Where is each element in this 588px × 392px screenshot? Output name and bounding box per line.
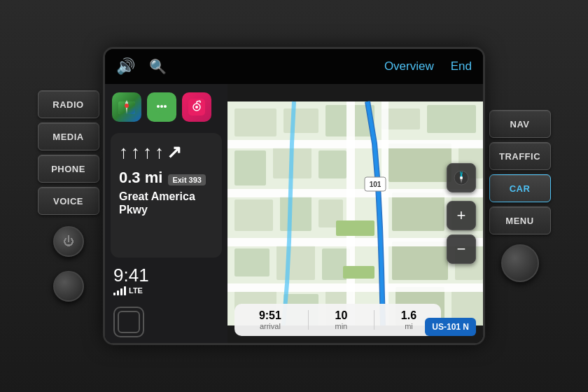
svg-rect-22 [318,150,346,178]
svg-point-7 [164,105,167,108]
svg-rect-20 [234,150,266,186]
volume-icon[interactable]: 🔊 [116,57,135,76]
arrow-4: ↑ [155,141,164,163]
top-bar-left: 🔊 🔍 [116,57,167,76]
svg-point-6 [160,105,163,108]
distance-remaining: 1.6 [401,309,416,322]
svg-rect-48 [336,220,374,236]
car-unit: RADIO MEDIA PHONE VOICE ⏻ 🔊 🔍 Overview E… [0,0,588,392]
map-area[interactable]: 101 N [227,84,483,343]
time-display: 9:41 LTE [105,260,227,301]
svg-point-10 [195,106,198,108]
route-badge: US-101 N [425,318,476,336]
arrival-label: arrival [260,322,281,330]
svg-rect-33 [392,241,448,280]
signal-bar-1 [113,293,115,295]
exit-badge: Exit 393 [168,174,206,186]
signal-area: LTE [113,286,143,295]
car-button[interactable]: CAR [489,174,551,202]
svg-rect-41 [227,189,483,197]
svg-rect-40 [227,140,483,148]
traffic-button[interactable]: TRAFFIC [489,142,551,170]
svg-text:101: 101 [370,181,382,188]
bottom-info-bar: 9:51 arrival 10 min 1.6 mi [234,304,441,336]
duration-info: 10 min [335,309,347,330]
media-button[interactable]: MEDIA [38,122,99,150]
nav-instruction-card: ↑ ↑ ↑ ↑ ↗ 0.3 mi Exit 393 Great America [111,133,222,258]
svg-rect-15 [234,108,276,136]
phone-button[interactable]: PHONE [38,155,99,183]
svg-rect-44 [346,102,355,326]
svg-rect-49 [343,266,374,279]
messages-icon[interactable] [147,92,176,122]
svg-text:N: N [460,171,463,175]
end-button[interactable]: End [451,59,472,74]
duration-value: 10 [335,309,347,322]
arrow-5: ↗ [167,141,182,163]
distance-info: 1.6 mi [401,309,416,330]
zoom-in-button[interactable]: + [447,201,476,230]
svg-rect-43 [227,284,483,292]
right-panel: NAV TRAFFIC CAR MENU [483,56,556,336]
signal-bar-2 [117,290,119,295]
nav-street: Great America Pkwy [119,190,214,216]
divider-1 [308,310,309,330]
nav-arrows: ↑ ↑ ↑ ↑ ↗ [119,141,214,163]
power-icon: ⏻ [63,235,74,248]
volume-knob[interactable] [53,271,84,302]
svg-rect-16 [284,108,318,133]
svg-point-2 [125,104,129,108]
right-knob[interactable] [501,244,539,282]
compass-button[interactable]: N [447,163,476,192]
svg-rect-31 [276,245,315,280]
distance-value: 0.3 mi [119,169,162,187]
clock: 9:41 [113,266,149,284]
top-bar: 🔊 🔍 Overview End [105,49,483,84]
arrival-time: 9:51 [259,309,281,322]
left-panel: RADIO MEDIA PHONE VOICE ⏻ [31,56,105,336]
signal-bar-3 [120,288,122,295]
app-icons [105,84,227,130]
lte-label: LTE [129,286,143,295]
street-line1: Great America [119,190,195,202]
power-knob[interactable]: ⏻ [53,226,84,257]
street-line2: Pkwy [119,204,148,216]
menu-button[interactable]: MENU [489,206,551,234]
overview-button[interactable]: Overview [384,59,434,74]
svg-rect-23 [388,144,451,182]
music-icon[interactable] [182,92,211,122]
nav-button[interactable]: NAV [489,110,551,138]
main-content: ↑ ↑ ↑ ↑ ↗ 0.3 mi Exit 393 Great America [105,84,483,343]
svg-rect-26 [280,196,312,231]
arrow-1: ↑ [119,141,128,163]
left-knob-area: ⏻ [53,226,84,302]
signal-bar-4 [124,286,126,295]
search-icon[interactable]: 🔍 [149,58,167,75]
radio-button[interactable]: RADIO [38,90,99,118]
arrival-info: 9:51 arrival [259,309,281,330]
signal-bars [113,286,126,295]
zoom-out-button[interactable]: − [447,234,476,264]
top-bar-right: Overview End [384,59,472,74]
divider-2 [374,310,374,330]
svg-rect-25 [234,200,273,231]
svg-rect-19 [427,105,476,133]
svg-point-53 [460,176,463,179]
distance-label: mi [405,322,413,330]
arrow-3: ↑ [143,141,152,163]
svg-rect-28 [392,192,444,231]
home-button-inner [118,311,140,333]
carplay-screen: 🔊 🔍 Overview End [105,49,483,343]
svg-marker-4 [158,112,162,115]
voice-button[interactable]: VOICE [38,187,99,215]
duration-label: min [335,322,348,330]
screen-sidebar: ↑ ↑ ↑ ↑ ↗ 0.3 mi Exit 393 Great America [105,84,227,343]
svg-rect-30 [234,248,270,276]
map-controls: N + − [447,163,476,264]
arrow-2: ↑ [131,141,140,163]
nav-distance: 0.3 mi Exit 393 [119,169,214,187]
svg-rect-42 [227,238,483,246]
svg-point-5 [157,105,160,108]
maps-icon[interactable] [112,92,141,122]
home-button[interactable] [113,307,144,337]
